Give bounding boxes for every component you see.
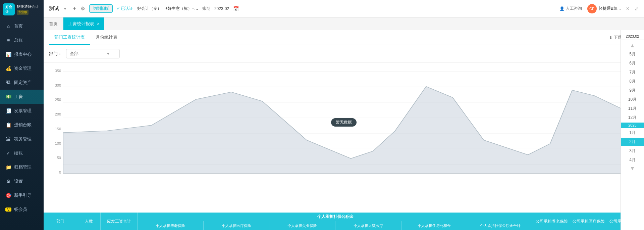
sidebar-item-home[interactable]: ⌂ 首页 [0, 19, 44, 33]
main-content: 部门工资统计表 月份统计表 ⬇ 下载 ↻ 刷新 部门： 全部 ▼ 350 [44, 30, 644, 230]
y-label-200: 200 [49, 112, 63, 116]
minimize-btn[interactable]: × [626, 6, 629, 12]
sub-tab-monthly-label: 月份统计表 [96, 34, 117, 40]
y-label-0: 0 [49, 170, 63, 174]
sidebar-item-reports[interactable]: 📊 报表中心 [0, 47, 44, 61]
month-may[interactable]: 5月 [621, 50, 644, 58]
user-menu[interactable]: CE 轻捷通B组... [587, 4, 621, 13]
invoice-icon: 🧾 [5, 108, 11, 113]
sidebar-item-archive[interactable]: 📁 归档管理 [0, 160, 44, 174]
help-button[interactable]: 👤 人工咨询 [559, 6, 582, 11]
month-apr-2023[interactable]: 4月 [621, 156, 644, 164]
sidebar-item-capital[interactable]: 💰 资金管理 [0, 61, 44, 76]
month-aug[interactable]: 8月 [621, 77, 644, 86]
maximize-btn[interactable]: ⤢ [635, 6, 639, 11]
month-mar-2023[interactable]: 3月 [621, 147, 644, 155]
reports-icon: 📊 [5, 52, 11, 57]
th-personal-medical: 个人承担医疗保险 [204, 221, 270, 230]
right-panel-date: 2023.02 [621, 33, 644, 40]
assets-icon: 🏗 [5, 80, 11, 85]
help-icon: 👤 [559, 6, 565, 11]
y-label-350: 350 [49, 69, 63, 73]
close-period-icon: ✓ [5, 150, 11, 156]
th-personal-unemployment: 个人承担失业保险 [269, 221, 335, 230]
tab-close-icon[interactable]: × [97, 21, 100, 27]
member-icon: V [5, 208, 11, 212]
dept-filter-label: 部门： [49, 51, 62, 57]
tab-home-label: 首页 [49, 21, 58, 27]
sidebar-item-salary[interactable]: 💵 工资 [0, 90, 44, 104]
chart-area: 350 300 250 200 150 100 50 0 [44, 66, 644, 190]
th-personal-large-medical: 个人承担大额医疗 [335, 221, 401, 230]
month-sep[interactable]: 9月 [621, 86, 644, 95]
y-label-150: 150 [49, 127, 63, 131]
sidebar-label-capital: 资金管理 [14, 65, 32, 72]
sub-tab-monthly[interactable]: 月份统计表 [90, 30, 123, 45]
sidebar-label-salary: 工资 [14, 94, 23, 100]
th-headcount: 人数 [77, 213, 101, 230]
settings-gear-icon[interactable]: ⚙ [80, 5, 85, 12]
app-edition: 专业版 [17, 10, 29, 15]
month-jun[interactable]: 6月 [621, 59, 644, 67]
sidebar-item-close[interactable]: ✓ 结账 [0, 146, 44, 160]
period-label: 账期 [202, 6, 210, 11]
y-label-250: 250 [49, 98, 63, 102]
project-dropdown-icon[interactable]: ▼ [63, 6, 67, 11]
avatar: CE [587, 4, 597, 13]
tab-salary-report[interactable]: 工资统计报表 × [63, 17, 104, 30]
th-total-salary: 应发工资合计 [101, 213, 138, 230]
month-jul[interactable]: 7月 [621, 68, 644, 77]
th-company-medical: 公司承担医疗保险 [570, 213, 607, 230]
sales-icon: 📋 [5, 122, 11, 128]
month-jan-2023[interactable]: 1月 [621, 129, 644, 137]
sidebar-item-sales[interactable]: 📋 进销台账 [0, 118, 44, 132]
calendar-icon[interactable]: 📅 [233, 6, 239, 11]
nav-up-icon[interactable]: ▲ [629, 42, 636, 49]
account-type: 好会计（专） [137, 6, 161, 11]
month-dec[interactable]: 12月 [621, 113, 644, 122]
sidebar-label-assets: 固定资产 [14, 80, 32, 86]
table-header-row: 部门 人数 应发工资合计 个人承担社保公积金 个人承担养老保险 个人承担医疗保险… [44, 213, 644, 230]
tab-home[interactable]: 首页 [44, 17, 63, 30]
tab-salary-label: 工资统计报表 [68, 21, 94, 27]
month-feb-2023[interactable]: 2月 [621, 138, 644, 146]
certified-badge: ✓ 已认证 [117, 6, 133, 11]
avatar-initials: CE [589, 7, 594, 11]
add-btn[interactable]: + [72, 5, 76, 12]
period-value: 2023-02 [214, 6, 229, 11]
nav-down-icon[interactable]: ▼ [629, 165, 636, 172]
select-arrow-icon: ▼ [106, 52, 110, 56]
guide-icon: 🎯 [5, 193, 11, 198]
download-button[interactable]: ⬇ 下载 [609, 35, 622, 40]
sidebar-label-settings: 设置 [14, 178, 23, 184]
capital-icon: 💰 [5, 66, 11, 71]
sidebar-label-reports: 报表中心 [14, 51, 32, 57]
logo-icon: 好会计 [3, 3, 15, 15]
sidebar-label-tax: 税务管理 [14, 136, 32, 142]
sidebar-item-tax[interactable]: 🏛 税务管理 [0, 132, 44, 146]
sidebar-item-invoice[interactable]: 🧾 发票管理 [0, 104, 44, 118]
sidebar-label-home: 首页 [14, 23, 23, 29]
month-oct[interactable]: 10月 [621, 95, 644, 104]
tax-icon: 🏛 [5, 136, 11, 142]
app-name: 畅捷通好会计 [17, 4, 39, 9]
sidebar-item-settings[interactable]: ⚙ 设置 [0, 174, 44, 188]
ledger-icon: ≡ [5, 38, 11, 43]
sidebar-label-archive: 归档管理 [14, 164, 32, 170]
sidebar-item-ledger[interactable]: ≡ 总账 [0, 33, 44, 47]
dept-select[interactable]: 全部 ▼ [66, 49, 120, 58]
sidebar-item-guide[interactable]: 🎯 新手引导 [0, 188, 44, 202]
salary-icon: 💵 [5, 94, 11, 99]
sidebar-label-guide: 新手引导 [14, 192, 32, 198]
th-group-personal: 个人承担社保公积金 个人承担养老保险 个人承担医疗保险 个人承担失业保险 个人承… [138, 213, 533, 230]
th-group-personal-label: 个人承担社保公积金 [138, 213, 533, 221]
sub-tabs-bar: 部门工资统计表 月份统计表 ⬇ 下载 ↻ 刷新 [44, 30, 644, 45]
month-nov[interactable]: 11月 [621, 104, 644, 113]
sidebar-item-assets[interactable]: 🏗 固定资产 [0, 76, 44, 90]
biz-type: +好生意（标）+… [165, 6, 198, 11]
sub-tab-dept-salary[interactable]: 部门工资统计表 [49, 30, 90, 45]
old-version-button[interactable]: 切到旧版 [89, 4, 113, 13]
sidebar-item-member[interactable]: V 畅会员 [0, 202, 44, 217]
year-2023[interactable]: 2023 [621, 123, 644, 128]
download-icon: ⬇ [609, 35, 612, 40]
